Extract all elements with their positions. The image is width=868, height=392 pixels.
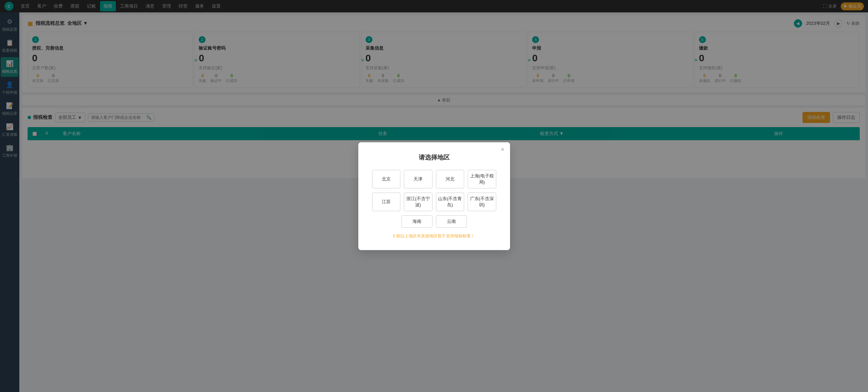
region-grid-row1: 北京 天津 河北 上海(电子税局)	[372, 170, 496, 188]
region-btn-jiangsu[interactable]: 江苏	[372, 193, 401, 211]
region-btn-zhejiang[interactable]: 浙江(不含宁波)	[404, 193, 432, 211]
modal-close-btn[interactable]: ×	[501, 146, 505, 153]
region-btn-hainan[interactable]: 海南	[401, 215, 432, 228]
region-btn-shandong[interactable]: 山东(不含青岛)	[436, 193, 465, 211]
region-btn-shanghai[interactable]: 上海(电子税局)	[468, 170, 496, 188]
region-btn-hebei[interactable]: 河北	[436, 170, 465, 188]
warning-text: 除以上地区外其他地区暂不支持报税检查！	[396, 233, 475, 239]
region-grid-row3: 海南 云南	[372, 215, 496, 228]
modal-title: 请选择地区	[372, 153, 496, 162]
warning-icon: ℹ	[393, 234, 395, 238]
region-btn-tianjin[interactable]: 天津	[404, 170, 432, 188]
modal-overlay[interactable]: × 请选择地区 北京 天津 河北 上海(电子税局) 江苏 浙江(不含宁波) 山东…	[0, 0, 868, 392]
modal-warning: ℹ 除以上地区外其他地区暂不支持报税检查！	[372, 233, 496, 239]
region-btn-beijing[interactable]: 北京	[372, 170, 401, 188]
region-select-modal: × 请选择地区 北京 天津 河北 上海(电子税局) 江苏 浙江(不含宁波) 山东…	[358, 142, 510, 250]
region-grid-row2: 江苏 浙江(不含宁波) 山东(不含青岛) 广东(不含深圳)	[372, 193, 496, 211]
region-btn-guangdong[interactable]: 广东(不含深圳)	[468, 193, 496, 211]
region-btn-yunnan[interactable]: 云南	[436, 215, 467, 228]
